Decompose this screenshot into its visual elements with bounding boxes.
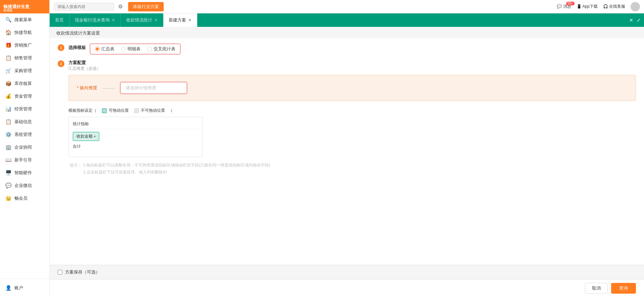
dimension-dropdown[interactable]: 请选择分组维度: [120, 82, 187, 94]
quick-nav-icon: 🏠: [5, 30, 12, 36]
sidebar-bottom-label1: 账户: [14, 285, 23, 291]
sidebar-item-basic-info[interactable]: 📋基础信息: [0, 115, 49, 128]
tip-2: 2.点击标题栏下拉可设置排序、插入列和删除列: [70, 169, 635, 175]
sidebar-item-operations[interactable]: 📊经营管理: [0, 103, 49, 115]
finance-icon: 💰: [5, 93, 12, 99]
download-link[interactable]: 📱 App下载: [577, 4, 598, 9]
tab-close-collection[interactable]: ✕: [154, 18, 158, 22]
guide-icon: 📖: [5, 157, 12, 163]
sidebar-item-inventory[interactable]: 📦库存核算: [0, 77, 49, 90]
tips-area: 提示： 1.拖动标题栏可以调整布局，不可跨维度或指标区域拖动栏目字段(只能在同一…: [68, 162, 636, 175]
indicator-tag[interactable]: 收款金额▾: [73, 132, 99, 141]
wechat-icon: 💬: [5, 183, 12, 189]
radio-circle-cross: [147, 47, 152, 51]
cancel-button[interactable]: 取消: [585, 283, 608, 294]
inventory-icon: 📦: [5, 81, 12, 87]
step1-badge: 1: [58, 44, 64, 51]
sidebar-item-sales[interactable]: 📋销售管理: [0, 52, 49, 64]
sidebar-item-system[interactable]: ⚙️系统管理: [0, 128, 49, 141]
support-icon: 🎧: [603, 4, 608, 9]
trial-button[interactable]: 体验行业方案: [128, 2, 164, 11]
breadcrumb: 收款情况统计方案设置: [56, 31, 100, 36]
step1-label: 选择模板: [68, 45, 86, 51]
sidebar-item-quick-nav[interactable]: 🏠快捷导航: [0, 26, 49, 39]
sidebar-item-member[interactable]: 👑畅会员: [0, 192, 49, 205]
tab-close-new-plan[interactable]: ✕: [188, 18, 192, 22]
dimension-section-label: 汇总维度（必选）: [68, 66, 636, 71]
tab-new-plan[interactable]: 新建方案 ✕: [163, 13, 197, 27]
radio-summary-label: 汇总表: [101, 46, 114, 52]
notification-icon: 💬: [557, 4, 562, 9]
bottom-icon1: 👤: [5, 285, 12, 291]
vertical-dim-label: * 纵向维度: [77, 85, 97, 91]
finance-label: 资金管理: [14, 93, 32, 99]
radio-detail[interactable]: 明细表: [121, 46, 141, 52]
tab-label-new-plan: 新建方案: [169, 17, 186, 23]
legend-static: 不可拖动位置: [134, 108, 165, 113]
tab-label-collection: 收款情况统计: [126, 17, 152, 23]
enterprise-icon: 🏢: [5, 144, 12, 150]
support-link[interactable]: 🎧 在线客服: [603, 4, 625, 9]
legend-draggable: 可拖动位置: [102, 108, 129, 113]
hardware-icon: 🖥️: [5, 170, 12, 176]
radio-cross-label: 交叉统计表: [154, 46, 175, 52]
operations-icon: 📊: [5, 106, 12, 112]
purchase-icon: 🛒: [5, 68, 12, 74]
download-icon: 📱: [577, 4, 582, 9]
sidebar-item-search-menu[interactable]: 🔍搜索菜单: [0, 13, 49, 26]
radio-circle-detail: [121, 47, 126, 51]
indicator-label-end: ）: [170, 108, 174, 113]
sidebar: 畅捷通好生意 标准版 🔍搜索菜单🏠快捷导航🎁营销推广📋销售管理🛒采购管理📦库存核…: [0, 0, 50, 297]
sidebar-item-finance[interactable]: 💰资金管理: [0, 90, 49, 103]
radio-summary[interactable]: 汇总表: [95, 46, 114, 52]
main: ⚙ 体验行业方案 💬 消息 99+ 📱 App下载 🎧 在线客服 首页现金银行流…: [50, 0, 644, 297]
radio-detail-label: 明细表: [127, 46, 141, 52]
support-label: 在线客服: [609, 4, 625, 9]
marketing-icon: 🎁: [5, 42, 12, 48]
sidebar-item-guide[interactable]: 📖新手引导: [0, 154, 49, 166]
radio-cross[interactable]: 交叉统计表: [147, 46, 175, 52]
download-label: App下载: [582, 4, 597, 9]
sidebar-item-enterprise[interactable]: 🏢企业协同: [0, 141, 49, 154]
tab-close-cashflow[interactable]: ✕: [112, 18, 115, 22]
step2-content: 方案配置 汇总维度（必选） * 纵向维度 —— 请选择分组维度: [68, 60, 636, 177]
basic-info-label: 基础信息: [14, 119, 32, 125]
avatar[interactable]: [631, 2, 640, 11]
notification-area[interactable]: 💬 消息 99+: [557, 4, 571, 9]
quick-nav-label: 快捷导航: [14, 30, 32, 36]
step2-badge: 2: [58, 60, 64, 67]
sidebar-item-wechat[interactable]: 💬企业微信: [0, 179, 49, 192]
member-label: 畅会员: [14, 195, 28, 201]
step1-content: 选择模板 汇总表 明细表: [68, 44, 636, 54]
close-window-icon[interactable]: ✕: [629, 17, 633, 23]
step2-label: 方案配置: [68, 60, 86, 65]
page-content: 收款情况统计方案设置 1 选择模板 汇总表: [50, 27, 644, 297]
notification-badge: 99+: [566, 2, 575, 5]
topbar-search-input[interactable]: [54, 3, 114, 11]
search-menu-icon: 🔍: [5, 17, 12, 23]
wechat-label: 企业微信: [14, 183, 32, 189]
template-radio-group: 汇总表 明细表 交叉统计表: [90, 44, 180, 54]
step1-section: 1 选择模板 汇总表 明细表: [58, 44, 636, 54]
sidebar-item-marketing[interactable]: 🎁营销推广: [0, 39, 49, 52]
sidebar-item-hardware[interactable]: 🖥️智能硬件: [0, 166, 49, 179]
dimension-area: * 纵向维度 —— 请选择分组维度: [68, 75, 636, 101]
sidebar-item-bottom1[interactable]: 👤 账户: [0, 282, 49, 294]
topbar-right: 💬 消息 99+ 📱 App下载 🎧 在线客服: [557, 2, 640, 11]
dim-arrow-icon: ——: [103, 85, 115, 92]
tab-collection[interactable]: 收款情况统计 ✕: [121, 13, 163, 27]
tab-label-cashflow: 现金银行流水查询: [75, 17, 110, 23]
member-icon: 👑: [5, 195, 12, 201]
marketing-label: 营销推广: [14, 42, 32, 48]
maximize-icon[interactable]: ⤢: [637, 17, 641, 23]
indicator-total: 合计: [73, 142, 198, 151]
gear-icon[interactable]: ⚙: [118, 3, 123, 10]
sidebar-item-purchase[interactable]: 🛒采购管理: [0, 64, 49, 77]
tab-home[interactable]: 首页: [50, 13, 69, 27]
save-checkbox[interactable]: [58, 270, 62, 275]
tab-cashflow[interactable]: 现金银行流水查询 ✕: [69, 13, 121, 27]
hardware-label: 智能硬件: [14, 170, 32, 176]
tip-1: 提示： 1.拖动标题栏可以调整布局，不可跨维度或指标区域拖动栏目字段(只能在同一…: [70, 162, 635, 168]
legend-draggable-label: 可拖动位置: [109, 108, 129, 113]
query-button[interactable]: 查询: [611, 283, 636, 294]
